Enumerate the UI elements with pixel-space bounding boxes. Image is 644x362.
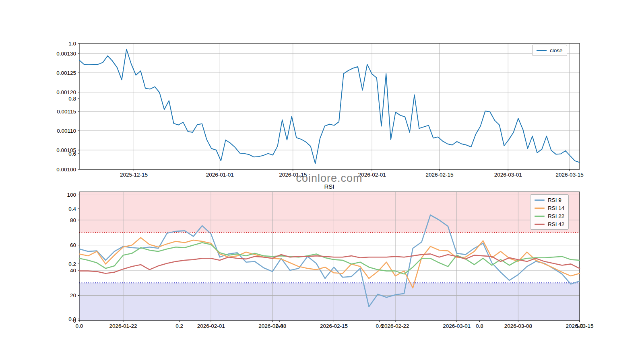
rsi42-line-sample	[535, 224, 545, 225]
price-x-tick-label: 2026-03-15	[556, 172, 584, 178]
price-y-tick-label: 0.00130	[56, 51, 76, 57]
rsi-chart-title: RSI	[289, 183, 369, 190]
legend-item-rsi14: RSI 14	[535, 204, 564, 212]
rsi-y-tick-label: 100	[67, 192, 76, 198]
rsi-x-tick-label: 2026-02-15	[320, 323, 348, 329]
overlay-y-tick-label: 0.4	[68, 206, 76, 212]
oversold-band	[79, 283, 580, 321]
price-x-tick-label: 2025-12-15	[120, 172, 148, 178]
price-x-tick-label: 2026-02-15	[425, 172, 453, 178]
close-line-sample	[537, 50, 547, 51]
rsi-y-tick-label: 20	[70, 292, 76, 298]
overlay-y-tick-label: 0.8	[68, 96, 76, 102]
price-legend: close	[532, 45, 567, 56]
rsi-x-tick-label: 2026-01-22	[109, 323, 137, 329]
figure: 0.001000.001050.001100.001150.001200.001…	[0, 0, 644, 362]
rsi14-line-sample	[535, 208, 545, 209]
legend-item-rsi9: RSI 9	[535, 196, 564, 204]
overlay-x-tick-label: 0.0	[76, 323, 83, 329]
price-y-tick-label: 0.00125	[56, 70, 76, 76]
overlay-x-tick-label: 0.2	[175, 323, 183, 329]
overlay-x-tick-label: 0.4	[276, 323, 283, 329]
overlay-y-tick-label: 0.0	[68, 316, 76, 322]
overlay-x-tick-label: 0.6	[376, 323, 383, 329]
legend-label-rsi14: RSI 14	[548, 205, 564, 211]
rsi-x-tick-label: 2026-02-22	[382, 323, 409, 329]
overbought-band	[79, 192, 580, 232]
rsi-y-tick-label: 80	[70, 217, 76, 223]
price-x-tick-label: 2026-01-01	[206, 172, 234, 178]
rsi9-line-sample	[535, 200, 545, 201]
price-y-tick-label: 0.00120	[56, 89, 76, 95]
price-y-tick-label: 0.00115	[57, 109, 76, 115]
overlay-x-tick-label: 0.8	[476, 323, 483, 329]
legend-item-close: close	[537, 46, 563, 55]
price-y-tick-label: 0.00100	[56, 167, 76, 173]
rsi-x-tick-label: 2026-03-01	[443, 323, 471, 329]
price-x-tick-label: 2026-03-01	[494, 172, 522, 178]
rsi22-line-sample	[535, 216, 545, 217]
legend-item-rsi22: RSI 22	[535, 212, 564, 220]
rsi-x-tick-label: 2026-03-08	[504, 323, 532, 329]
legend-label-rsi42: RSI 42	[548, 221, 564, 227]
price-plot-border	[79, 43, 580, 169]
overlay-y-tick-label: 0.2	[68, 261, 76, 267]
rsi-x-tick-label: 2026-02-01	[197, 323, 225, 329]
rsi-y-tick-label: 60	[70, 242, 76, 248]
overlay-y-tick-label: 0.6	[68, 151, 76, 157]
rsi-y-tick-label: 40	[70, 267, 76, 274]
legend-label-close: close	[550, 47, 563, 53]
overlay-y-tick-label: 1.0	[68, 41, 76, 47]
rsi-legend: RSI 9 RSI 14 RSI 22 RSI 42	[530, 194, 569, 230]
price-y-tick-label: 0.00110	[57, 128, 76, 134]
legend-label-rsi9: RSI 9	[548, 197, 561, 203]
overlay-x-tick-label: 1.0	[576, 323, 584, 329]
legend-item-rsi42: RSI 42	[535, 220, 564, 228]
legend-label-rsi22: RSI 22	[548, 213, 564, 219]
close-line	[79, 49, 580, 164]
